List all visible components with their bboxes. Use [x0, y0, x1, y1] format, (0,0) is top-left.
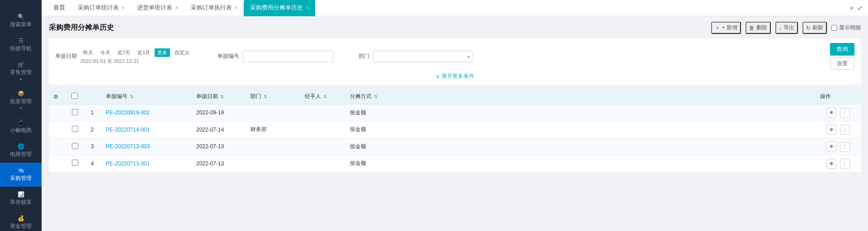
row-checkbox-cell: [67, 138, 83, 156]
query-settings-group: 查询 设置: [830, 43, 854, 70]
expand-more-btn[interactable]: ∨ 展开更多条件: [55, 72, 854, 80]
view-button[interactable]: 👁: [826, 159, 836, 169]
query-button[interactable]: 查询: [830, 43, 854, 56]
custom-date-btn[interactable]: 自定义: [172, 48, 192, 57]
ecommerce-icon: 🌐: [18, 143, 24, 150]
tab-label: 采购订单执行表: [191, 4, 232, 12]
col-header-dept[interactable]: 部门 ⇅: [246, 89, 300, 104]
sort-icon[interactable]: ⇅: [264, 94, 267, 99]
tab-purchase-cost-history[interactable]: 采购费用分摊单历史 ×: [244, 0, 315, 16]
filter-bar: 单据日期 昨天 今天 近7天 近1月 更多 自定义 2022-01-01 至 2…: [49, 38, 861, 85]
tab-label: 首页: [53, 4, 65, 12]
sidebar-item-inventory[interactable]: 📊 库存核算: [0, 187, 42, 211]
view-button[interactable]: 👁: [826, 125, 836, 135]
row-doc-no: PE-20220713-003: [101, 138, 192, 156]
tab-bar: 首页 采购订单统计表 × 进货单统计表 × 采购订单执行表 × 采购费用分摊单历…: [42, 0, 868, 16]
sidebar-item-wholesale[interactable]: 📦 批发管理 ▾: [0, 86, 42, 115]
row-checkbox[interactable]: [72, 160, 78, 166]
sidebar-item-ecommerce[interactable]: 🌐 电商管理: [0, 139, 42, 163]
delete-button[interactable]: 🗑 删除: [745, 22, 771, 34]
close-window-icon[interactable]: ×: [850, 5, 854, 12]
more-date-btn[interactable]: 更多: [155, 48, 170, 57]
sidebar-item-label: 资金管理: [10, 222, 32, 230]
row-checkbox-cell: [67, 104, 83, 122]
more-ops-button[interactable]: ⋮: [840, 108, 850, 118]
doc-no-input[interactable]: [243, 51, 333, 62]
close-icon[interactable]: ×: [235, 5, 237, 10]
row-checkbox[interactable]: [72, 109, 78, 115]
doc-no-filter-group: 单据编号: [217, 51, 333, 62]
tab-label: 进货单统计表: [137, 4, 172, 12]
row-num: 3: [83, 138, 101, 156]
show-cols-checkbox[interactable]: [831, 25, 837, 31]
tab-purchase-order-exec[interactable]: 采购订单执行表 ×: [184, 0, 244, 16]
date-buttons: 昨天 今天 近7天 近1月 更多 自定义: [80, 48, 192, 57]
select-all-checkbox[interactable]: [71, 93, 78, 99]
sort-icon[interactable]: ⇅: [374, 94, 377, 99]
col-header-method[interactable]: 分摊方式 ⇅: [345, 89, 816, 104]
delete-label: 删除: [756, 24, 767, 32]
col-label: 经手人: [305, 93, 321, 99]
tab-home[interactable]: 首页: [47, 0, 71, 16]
sidebar-item-purchase[interactable]: 🛍 采购管理: [0, 163, 42, 187]
dept-select[interactable]: [373, 51, 472, 62]
page-header: 采购费用分摊单历史 ＋ + 新增 🗑 删除 ↓ 导出 ↻ 刷新: [49, 22, 861, 34]
date-filter-group: 单据日期 昨天 今天 近7天 近1月 更多 自定义 2022-01-01 至 2…: [55, 48, 192, 65]
tab-purchase-order-stats[interactable]: 采购订单统计表 ×: [71, 0, 131, 16]
sort-icon[interactable]: ⇅: [220, 94, 224, 99]
add-button[interactable]: ＋ + 新增: [711, 22, 741, 34]
restore-window-icon[interactable]: ⤢: [857, 5, 863, 12]
row-dept: [246, 138, 300, 156]
close-icon[interactable]: ×: [122, 5, 124, 10]
view-button[interactable]: 👁: [826, 141, 836, 151]
doc-no-link[interactable]: PE-20220713-001: [106, 160, 150, 167]
show-cols-label: 显示明细: [839, 24, 861, 32]
retail-icon: 🛒: [18, 61, 24, 68]
row-checkbox[interactable]: [72, 126, 78, 132]
col-header-date[interactable]: 单据日期 ⇅: [192, 89, 246, 104]
settings-button[interactable]: 设置: [830, 57, 854, 70]
sidebar-item-label: 批发管理: [10, 98, 32, 105]
row-ops: 👁 ⋮: [816, 155, 861, 172]
sidebar-item-mini-shop[interactable]: 📱 小畅电商: [0, 115, 42, 139]
view-button[interactable]: 👁: [826, 108, 836, 118]
sidebar-item-retail[interactable]: 🛒 零售管理 ▾: [0, 57, 42, 86]
finance-icon: 💰: [18, 215, 24, 222]
last7days-btn[interactable]: 近7天: [115, 48, 133, 57]
export-button[interactable]: ↓ 导出: [775, 22, 798, 34]
more-ops-button[interactable]: ⋮: [840, 142, 850, 152]
sidebar-item-quick-nav[interactable]: ☰ 快捷导航: [0, 33, 42, 57]
last1month-btn[interactable]: 近1月: [135, 48, 153, 57]
row-checkbox[interactable]: [72, 143, 78, 149]
col-header-handler[interactable]: 经手人 ⇅: [300, 89, 345, 104]
sidebar-item-search[interactable]: 🔍 搜索菜单: [0, 9, 42, 33]
data-table-container: ⚙ 单据编号 ⇅ 单据日期 ⇅: [49, 89, 861, 172]
row-doc-no: PE-20220714-001: [101, 121, 192, 138]
more-ops-button[interactable]: ⋮: [840, 125, 850, 135]
doc-no-link[interactable]: PE-20220714-001: [106, 127, 150, 133]
sort-icon[interactable]: ⇅: [130, 94, 133, 99]
more-ops-button[interactable]: ⋮: [840, 159, 850, 169]
show-cols-toggle[interactable]: 显示明细: [831, 24, 861, 32]
row-checkbox-cell: [67, 121, 83, 138]
tab-purchase-receipt-stats[interactable]: 进货单统计表 ×: [131, 0, 184, 16]
header-actions: ＋ + 新增 🗑 删除 ↓ 导出 ↻ 刷新 显示明细: [711, 22, 861, 34]
date-filter-label: 单据日期: [55, 52, 77, 60]
close-icon[interactable]: ×: [175, 5, 178, 10]
doc-no-link[interactable]: PE-20220713-003: [106, 143, 150, 150]
yesterday-btn[interactable]: 昨天: [80, 48, 96, 57]
sidebar-item-label: 小畅电商: [10, 127, 32, 134]
close-icon[interactable]: ×: [306, 5, 308, 10]
date-range-display: 2022-01-01 至 2022-12-31: [80, 58, 192, 65]
sort-icon[interactable]: ⇅: [323, 94, 327, 99]
col-header-ops: 操作: [816, 89, 861, 104]
row-method: 按金额: [345, 121, 816, 138]
doc-no-link[interactable]: PE-20220919-002: [106, 109, 150, 116]
mini-shop-icon: 📱: [18, 119, 24, 126]
sidebar-item-finance[interactable]: 💰 资金管理: [0, 211, 42, 231]
refresh-button[interactable]: ↻ 刷新: [802, 22, 827, 34]
col-header-doc-no[interactable]: 单据编号 ⇅: [101, 89, 192, 104]
tab-label: 采购订单统计表: [78, 4, 119, 12]
settings-gear-icon[interactable]: ⚙: [53, 94, 58, 100]
today-btn[interactable]: 今天: [98, 48, 113, 57]
